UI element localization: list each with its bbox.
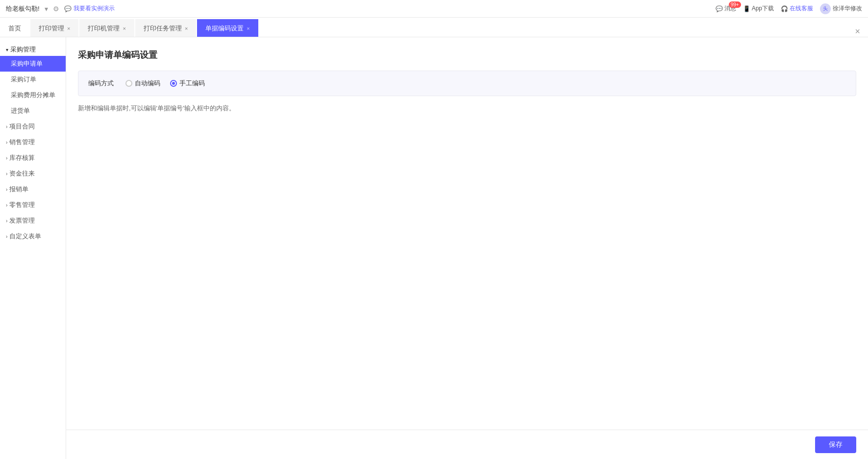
sidebar-item-goods-receipt[interactable]: 进货单: [0, 103, 66, 119]
close-all-tabs[interactable]: ×: [855, 26, 868, 37]
chevron-right-icon: ›: [6, 218, 7, 224]
chevron-down-icon: ▾: [6, 47, 8, 52]
gear-icon[interactable]: ⚙: [53, 5, 59, 13]
sidebar-group-purchase[interactable]: ▾ 采购管理: [0, 41, 66, 56]
chevron-right-icon: ›: [6, 124, 7, 129]
app-icon: 📱: [743, 5, 750, 12]
sidebar-item-purchase-expense[interactable]: 采购费用分摊单: [0, 87, 66, 103]
content-body: 采购申请单编码设置 编码方式 自动编码 手工编码 新增和编辑单据时,可以编辑'单…: [66, 37, 868, 430]
sidebar-group-custom-forms[interactable]: › 自定义表单: [0, 229, 66, 244]
radio-manual-encode[interactable]: 手工编码: [170, 79, 205, 88]
avatar: 头: [820, 3, 831, 14]
headset-icon: 🎧: [781, 5, 788, 12]
info-text: 新增和编辑单据时,可以编辑'单据编号'输入框中的内容。: [78, 104, 856, 113]
top-bar: 给老板勾勒! ▾ ⚙ 我要看实例演示 💬 消息 99+ 📱 App下载 🎧 在线…: [0, 0, 868, 18]
sidebar-group-invoice[interactable]: › 发票管理: [0, 213, 66, 229]
tab-single-code[interactable]: 单据编码设置 ×: [197, 19, 258, 37]
sidebar: ▾ 采购管理 采购申请单 采购订单 采购费用分摊单 进货单 › 项目合同 › 销…: [0, 37, 66, 459]
top-bar-left: 给老板勾勒! ▾ ⚙ 我要看实例演示: [6, 4, 115, 13]
radio-group: 自动编码 手工编码: [125, 79, 205, 88]
chevron-right-icon: ›: [6, 140, 7, 145]
chevron-right-icon: ›: [6, 171, 7, 177]
dropdown-icon[interactable]: ▾: [45, 5, 48, 13]
sidebar-group-inventory[interactable]: › 库存核算: [0, 150, 66, 166]
encode-section: 编码方式 自动编码 手工编码: [78, 71, 856, 96]
main-layout: ▾ 采购管理 采购申请单 采购订单 采购费用分摊单 进货单 › 项目合同 › 销…: [0, 37, 868, 459]
sidebar-group-funds[interactable]: › 资金往来: [0, 166, 66, 181]
bottom-bar: 保存: [66, 430, 868, 459]
chevron-right-icon: ›: [6, 234, 7, 239]
tab-single-code-close[interactable]: ×: [247, 26, 249, 31]
user-menu[interactable]: 头 徐泽华修改: [820, 3, 862, 14]
tab-print-mgmt[interactable]: 打印管理 ×: [30, 19, 78, 37]
app-download-button[interactable]: 📱 App下载: [743, 4, 774, 13]
save-button[interactable]: 保存: [815, 436, 856, 453]
tab-printer-mgmt-close[interactable]: ×: [123, 26, 125, 31]
radio-auto-circle: [125, 80, 132, 87]
sidebar-group-sales-mgmt[interactable]: › 销售管理: [0, 134, 66, 150]
message-badge: 99+: [729, 1, 741, 8]
tab-printer-mgmt[interactable]: 打印机管理 ×: [79, 19, 134, 37]
radio-auto-encode[interactable]: 自动编码: [125, 79, 160, 88]
chevron-right-icon: ›: [6, 187, 7, 192]
chevron-right-icon: ›: [6, 155, 7, 161]
chevron-right-icon: ›: [6, 203, 7, 208]
page-title: 采购申请单编码设置: [78, 49, 856, 61]
sidebar-group-returns[interactable]: › 报销单: [0, 181, 66, 197]
top-bar-right: 💬 消息 99+ 📱 App下载 🎧 在线客服 头 徐泽华修改: [716, 3, 862, 14]
app-title: 给老板勾勒!: [6, 4, 40, 13]
message-button[interactable]: 💬 消息 99+: [716, 4, 736, 13]
message-icon: 💬: [716, 5, 723, 12]
tab-print-mgmt-close[interactable]: ×: [67, 26, 70, 31]
sidebar-item-purchase-order[interactable]: 采购订单: [0, 72, 66, 87]
tab-home[interactable]: 首页: [0, 19, 29, 37]
sidebar-group-retail[interactable]: › 零售管理: [0, 197, 66, 213]
sidebar-item-purchase-request[interactable]: 采购申请单: [0, 56, 66, 72]
encode-label: 编码方式: [88, 79, 114, 88]
tab-bar: 首页 打印管理 × 打印机管理 × 打印任务管理 × 单据编码设置 × ×: [0, 18, 868, 37]
demo-link[interactable]: 我要看实例演示: [64, 4, 115, 13]
tab-print-task-close[interactable]: ×: [185, 26, 188, 31]
sidebar-group-project-contract[interactable]: › 项目合同: [0, 119, 66, 134]
content-area: 采购申请单编码设置 编码方式 自动编码 手工编码 新增和编辑单据时,可以编辑'单…: [66, 37, 868, 459]
tab-print-task[interactable]: 打印任务管理 ×: [135, 19, 196, 37]
online-service-button[interactable]: 🎧 在线客服: [781, 4, 813, 13]
radio-manual-circle: [170, 80, 177, 87]
